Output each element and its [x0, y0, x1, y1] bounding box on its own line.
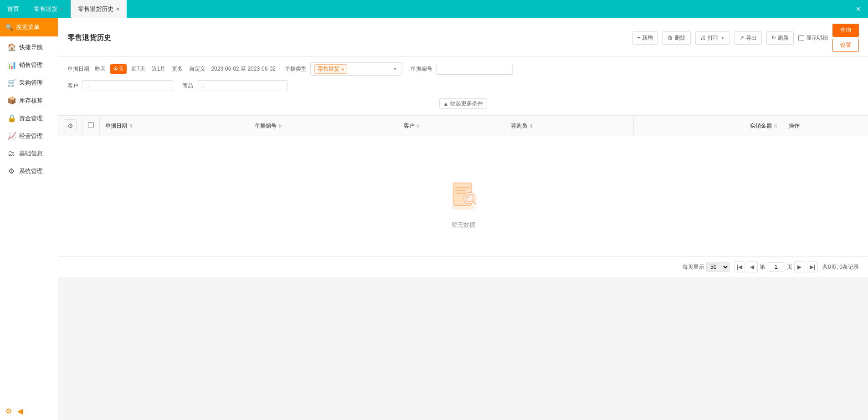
customer-sort-icon: ⇅: [416, 123, 420, 128]
shortcut-today[interactable]: 今天: [110, 64, 127, 74]
new-button[interactable]: + 新增: [632, 31, 658, 45]
table-settings-icon[interactable]: ⚙: [64, 119, 77, 132]
sidebar-item-sales-label: 销售管理: [19, 61, 43, 69]
page-last-button[interactable]: ▶|: [807, 261, 818, 272]
collapse-bar: ▲ 收起更多条件: [67, 96, 859, 110]
sidebar-item-operations-label: 经营管理: [19, 132, 43, 140]
print-icon: 🖨: [700, 35, 706, 41]
shortcut-7days[interactable]: 近7天: [129, 64, 147, 74]
doc-type-tag-remove[interactable]: ×: [341, 67, 344, 72]
table-area: ⚙ 单据日期 ⇅ 单据编号: [58, 116, 868, 256]
th-amount[interactable]: 实销金额 ⇅: [633, 116, 783, 136]
top-bar: 首页 零售退货 × 零售退货历史 × ×: [0, 0, 868, 18]
page-header: 零售退货历史 + 新增 🗑 删除 🖨 打印 ▼ ↗ 导出: [58, 18, 868, 57]
svg-rect-2: [455, 187, 470, 189]
filter-area: 单据日期 昨天 今天 近7天 近1月 更多 自定义 2023-06-02 至 2…: [58, 57, 868, 116]
query-button-label: 查询: [840, 26, 851, 34]
sidebar-item-system[interactable]: ⚙ 系统管理: [0, 162, 58, 180]
sidebar: 🔍 搜索菜单 🏠 快捷导航 📊 销售管理 🛒 采购管理 📦 库存核算 🔒: [0, 18, 58, 420]
date-range-display: 2023-06-02 至 2023-06-02: [211, 65, 275, 73]
tab-home[interactable]: 首页: [0, 0, 26, 18]
doc-type-select[interactable]: 零售退货 × ▼: [310, 62, 401, 76]
filter-row-2: 客户 ... 商品 ...: [67, 80, 859, 91]
sidebar-item-sales[interactable]: 📊 销售管理: [0, 56, 58, 74]
tab-retail-return-label: 零售退货: [34, 5, 57, 13]
shortcut-more[interactable]: 更多: [170, 64, 185, 74]
search-icon: 🔍: [5, 24, 13, 31]
page-prev-button[interactable]: ◀: [747, 261, 758, 272]
doc-no-label: 单据编号: [411, 65, 432, 73]
th-action-label: 操作: [789, 123, 800, 129]
th-select: [82, 116, 100, 136]
th-guide[interactable]: 导购员 ⇅: [505, 116, 633, 136]
sidebar-item-inventory[interactable]: 📦 库存核算: [0, 92, 58, 109]
query-button[interactable]: 查询: [832, 24, 859, 37]
date-filter-group: 单据日期 昨天 今天 近7天 近1月 更多 自定义 2023-06-02 至 2…: [67, 64, 276, 74]
guide-sort-icon: ⇅: [529, 123, 533, 128]
sidebar-item-shortcuts[interactable]: 🏠 快捷导航: [0, 38, 58, 56]
no-sort-icon: ⇅: [278, 123, 282, 128]
th-action: 操作: [783, 116, 868, 136]
sidebar-item-operations[interactable]: 📈 经营管理: [0, 127, 58, 145]
customer-label: 客户: [67, 82, 78, 90]
th-date[interactable]: 单据日期 ⇅: [100, 116, 249, 136]
th-amount-label: 实销金额: [750, 122, 772, 130]
settings-button[interactable]: 设置: [832, 39, 859, 52]
tab-retail-return[interactable]: 零售退货 ×: [26, 0, 71, 18]
show-detail-checkbox[interactable]: 显示明细: [798, 34, 828, 42]
page-number-input[interactable]: [767, 262, 785, 271]
content-area: 零售退货历史 + 新增 🗑 删除 🖨 打印 ▼ ↗ 导出: [58, 18, 868, 420]
collapse-sidebar-icon[interactable]: ◀: [17, 407, 23, 415]
sidebar-item-basic-info-label: 基础信息: [19, 149, 43, 158]
th-no-label: 单据编号: [255, 122, 277, 130]
show-detail-label: 显示明细: [806, 34, 828, 42]
th-guide-label: 导购员: [511, 122, 527, 130]
sidebar-item-finance[interactable]: 🔒 资金管理: [0, 109, 58, 127]
goods-input[interactable]: ...: [197, 80, 288, 91]
sidebar-item-basic-info[interactable]: 🗂 基础信息: [0, 145, 58, 162]
page-size-label: 每页显示: [683, 263, 704, 271]
purchase-icon: 🛒: [7, 78, 15, 87]
main-layout: 🔍 搜索菜单 🏠 快捷导航 📊 销售管理 🛒 采购管理 📦 库存核算 🔒: [0, 18, 868, 420]
doc-no-input[interactable]: [436, 64, 513, 75]
sidebar-item-purchase[interactable]: 🛒 采购管理: [0, 74, 58, 92]
shortcut-custom[interactable]: 自定义: [187, 64, 207, 74]
date-shortcuts: 昨天 今天 近7天 近1月 更多 自定义: [93, 64, 207, 74]
sidebar-bottom: ⚙ ◀: [0, 402, 58, 420]
page-first-button[interactable]: |◀: [734, 261, 745, 272]
table-header-row: ⚙ 单据日期 ⇅ 单据编号: [58, 116, 868, 136]
refresh-button-label: 刷新: [778, 34, 789, 42]
tab-retail-return-history-close[interactable]: ×: [116, 6, 119, 12]
shortcut-1month[interactable]: 近1月: [150, 64, 168, 74]
window-close-button[interactable]: ×: [848, 5, 868, 14]
customer-input[interactable]: ...: [82, 80, 173, 91]
select-all-checkbox[interactable]: [88, 122, 94, 128]
th-date-label: 单据日期: [105, 122, 127, 130]
doc-type-tag: 零售退货 ×: [314, 64, 347, 74]
tab-retail-return-history[interactable]: 零售退货历史 ×: [71, 0, 127, 18]
print-button[interactable]: 🖨 打印 ▼: [695, 31, 730, 45]
sidebar-search[interactable]: 🔍 搜索菜单: [0, 18, 58, 36]
page-next-button[interactable]: ▶: [794, 261, 805, 272]
data-table: ⚙ 单据日期 ⇅ 单据编号: [58, 116, 868, 136]
collapse-button[interactable]: ▲ 收起更多条件: [439, 98, 488, 109]
doc-type-dropdown-icon: ▼: [393, 67, 397, 72]
delete-button[interactable]: 🗑 删除: [663, 31, 691, 45]
th-customer-label: 客户: [404, 122, 415, 130]
collapse-up-icon: ▲: [443, 101, 449, 107]
export-button[interactable]: ↗ 导出: [734, 31, 762, 45]
tab-retail-return-close[interactable]: ×: [60, 6, 63, 12]
show-detail-input[interactable]: [798, 35, 804, 41]
page-size-dropdown[interactable]: 20 50 100 200: [706, 262, 729, 272]
delete-icon: 🗑: [668, 35, 673, 41]
shortcuts-icon: 🏠: [7, 43, 15, 51]
th-customer[interactable]: 客户 ⇅: [398, 116, 505, 136]
shortcut-yesterday[interactable]: 昨天: [93, 64, 108, 74]
export-button-label: 导出: [746, 34, 757, 42]
header-actions: + 新增 🗑 删除 🖨 打印 ▼ ↗ 导出 ↻ 刷新: [632, 24, 859, 56]
settings-bottom-icon[interactable]: ⚙: [5, 407, 12, 415]
refresh-button[interactable]: ↻ 刷新: [766, 31, 794, 45]
th-no[interactable]: 单据编号 ⇅: [249, 116, 398, 136]
svg-point-8: [467, 196, 469, 198]
th-settings: ⚙: [58, 116, 82, 136]
